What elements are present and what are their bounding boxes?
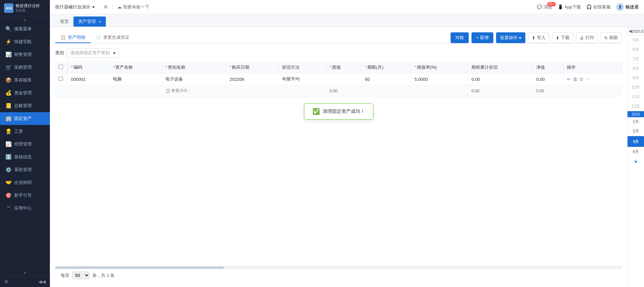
calendar-sidebar: ◀ 2023.03 ▶ 5月 6月 7月 8月 9月 10月 [627, 27, 644, 287]
sidebar-item-new-guide[interactable]: 🎯 新手引导 [0, 189, 50, 202]
sidebar-item-capital[interactable]: 💰 资金管理 [0, 87, 50, 99]
user-avatar: 👤 [616, 3, 624, 11]
sidebar-item-inventory[interactable]: 📦 库存核算 [0, 74, 50, 87]
company-selector[interactable]: 医疗器械行业演示 ▾ [55, 4, 95, 10]
col-residual-rate: *残值率(%) [411, 62, 468, 73]
download-icon: ⬇ [556, 35, 559, 40]
select-all-checkbox[interactable] [59, 65, 63, 69]
tab-close-icon[interactable]: × [99, 20, 101, 24]
tab-asset-mgmt[interactable]: 资产管理 × [73, 17, 106, 27]
cal-month-9[interactable]: 9月 [627, 73, 644, 83]
change-voucher-icon: 📄 [96, 35, 101, 40]
ledger-icon: 📒 [5, 103, 11, 109]
sidebar-item-app-center[interactable]: 📱 应用中心 [0, 202, 50, 215]
toolbar-right-btns: 对账 + 新增 批量操作 ▾ ⬆ 导入 ⬇ 下载 🖨 [451, 32, 622, 43]
scrollbar-thumb[interactable] [55, 266, 224, 269]
cal-month-3-current[interactable]: 3月 [627, 136, 644, 147]
row-net-value-cell: 0.00 [533, 73, 563, 85]
sidebar-item-sales[interactable]: 📊 销售管理 [0, 48, 50, 61]
calendar-year-month: 2023.03 [632, 29, 644, 33]
row-checkbox[interactable] [59, 76, 63, 81]
inventory-icon: 📦 [5, 77, 11, 83]
sidebar-item-fixed-assets[interactable]: 🏢 固定资产 [0, 112, 50, 125]
base-info-icon: ℹ️ [5, 154, 11, 160]
sidebar-item-label: 经营管理 [14, 141, 32, 147]
user-menu[interactable]: 👤 畅捷通 [616, 3, 639, 11]
tabbar: 首页 资产管理 × [50, 14, 644, 27]
sub-tab-change-voucher[interactable]: 📄 变更生成凭证 [91, 32, 135, 43]
subtotal-original-value: 0.00 [326, 85, 362, 97]
sidebar-scroll-down[interactable]: ▼ [0, 270, 50, 276]
cal-month-1[interactable]: 1月 [627, 117, 644, 127]
cal-month-4[interactable]: 4月 [627, 147, 644, 157]
app-download-icon: 📱 [558, 4, 563, 9]
cal-month-6[interactable]: 6月 [627, 45, 644, 55]
sidebar-item-operations[interactable]: 📈 经营管理 [0, 138, 50, 151]
sidebar-item-base-info[interactable]: ℹ️ 基础信息 [0, 151, 50, 163]
success-toast: ✅ 清理固定资产成功！ [304, 103, 373, 120]
calendar-expand-button[interactable]: ▼ [629, 158, 643, 166]
sidebar-item-quick-nav[interactable]: ⚡ 快捷导航 [0, 35, 50, 48]
row-category-cell: 电子设备 [162, 73, 226, 85]
download-button[interactable]: ⬇ 下载 [552, 32, 573, 43]
sidebar-item-sys-mgmt[interactable]: ⚙️ 系统管理 [0, 163, 50, 176]
copy-action-button[interactable]: ⧉ [580, 76, 583, 82]
table-header-row: *编码 *资产名称 *类别名称 *购买日期 折旧方法 *原值 *期限(月) *残… [55, 62, 622, 73]
collapse-icon[interactable]: ◀◀ [38, 279, 46, 284]
sidebar-item-search[interactable]: 🔍 搜索菜单 [0, 23, 50, 35]
cal-prev-icon[interactable]: ◀ [629, 29, 632, 33]
sidebar-nav: 🔍 搜索菜单 ⚡ 快捷导航 📊 销售管理 🛒 采购管理 📦 库存核算 💰 资金管… [0, 23, 50, 270]
online-service-btn[interactable]: 🎧 在线客服 [586, 4, 611, 10]
cal-month-5[interactable]: 5月 [627, 36, 644, 45]
reconcile-button[interactable]: 对账 [451, 32, 469, 43]
subtotal-net-value: 0.00 [533, 85, 563, 97]
sidebar-item-purchase[interactable]: 🛒 采购管理 [0, 61, 50, 74]
messages-btn[interactable]: 💬 消息 99+ [537, 4, 552, 10]
tab-home[interactable]: 首页 [55, 17, 73, 27]
new-button[interactable]: + 新增 [471, 32, 493, 43]
row-purchase-date-cell: 202206 [226, 73, 278, 85]
cal-month-11[interactable]: 11月 [627, 92, 644, 102]
sidebar-item-corp-collab[interactable]: 🤝 企业协同 [0, 176, 50, 189]
row-period-cell: 60 [362, 73, 411, 85]
category-select[interactable]: 请选择固定资产类别 ▾ [67, 48, 119, 58]
sidebar-item-label: 固定资产 [14, 116, 32, 122]
print-button[interactable]: 🖨 打印 [576, 32, 598, 43]
sidebar-item-payroll[interactable]: 👷 工资 [0, 125, 50, 138]
delete-action-button[interactable]: 🗑 [573, 76, 578, 82]
subtotal-initial-dep: 0.00 [468, 85, 533, 97]
more-action-button[interactable]: ⋯ [585, 76, 590, 82]
sidebar-item-label: 企业协同 [14, 180, 32, 186]
row-original-value-cell [326, 73, 362, 85]
app-download-btn[interactable]: 📱 App下载 [558, 4, 581, 10]
experience-btn[interactable]: ☁ 我要体验一下 [117, 4, 149, 10]
cal-month-10[interactable]: 10月 [627, 83, 644, 92]
cal-month-8[interactable]: 8月 [627, 64, 644, 73]
cal-month-12[interactable]: 12月 [627, 102, 644, 111]
select-arrow-icon: ▾ [113, 51, 116, 56]
cal-month-2[interactable]: 2月 [627, 127, 644, 136]
cal-month-7[interactable]: 7月 [627, 55, 644, 64]
sidebar-item-ledger[interactable]: 📒 总账管理 [0, 99, 50, 112]
topbar-right: 💬 消息 99+ 📱 App下载 🎧 在线客服 👤 畅捷通 [537, 3, 639, 11]
sub-tab-asset-detail[interactable]: 📋 资产明细 [55, 32, 91, 43]
app-download-label: App下载 [564, 4, 581, 10]
total-label: 条，共 1 条 [92, 273, 115, 279]
sidebar-item-label: 基础信息 [14, 154, 32, 160]
calendar-year-label[interactable]: 2023 [627, 111, 644, 117]
horizontal-scrollbar[interactable] [55, 266, 622, 269]
sidebar-item-label: 库存核算 [14, 77, 32, 83]
checkbox-header [55, 62, 67, 73]
settings-btn[interactable]: ⚙ [104, 4, 108, 9]
row-residual-rate-cell: 5.0000 [411, 73, 468, 85]
settings-icon[interactable]: ⚙ [4, 279, 8, 284]
refresh-button[interactable]: ↻ 刷新 [601, 32, 622, 43]
edit-action-button[interactable]: ✏ [567, 76, 571, 82]
per-page-select[interactable]: 50 100 200 [72, 272, 90, 279]
experience-label: 我要体验一下 [123, 4, 149, 10]
batch-button[interactable]: 批量操作 ▾ [496, 32, 525, 43]
tab-asset-mgmt-label: 资产管理 [78, 19, 96, 24]
category-select-label: 请选择固定资产类别 [70, 50, 110, 56]
asset-detail-icon: 📋 [61, 35, 66, 40]
import-button[interactable]: ⬆ 导入 [528, 32, 549, 43]
